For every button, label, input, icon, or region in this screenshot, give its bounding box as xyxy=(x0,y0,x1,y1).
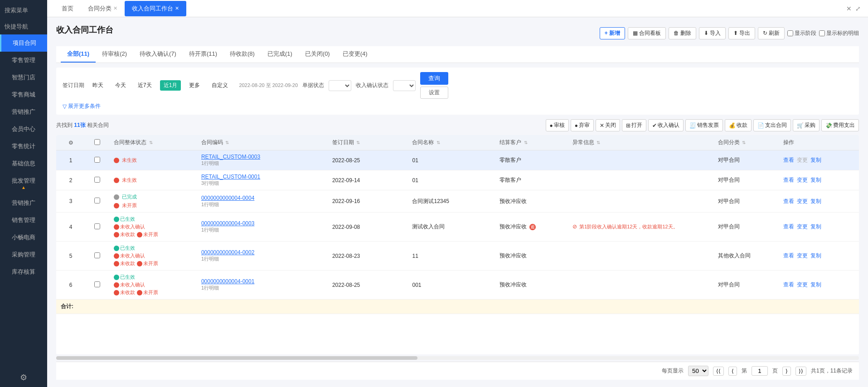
row-check-3[interactable] xyxy=(85,190,109,213)
tab-contract-category[interactable]: 合同分类 ✕ xyxy=(81,1,125,16)
sidebar-item-marketing2[interactable]: 营销推广 xyxy=(0,194,47,212)
open-contract-btn[interactable]: ⊞ 打开 xyxy=(622,119,646,131)
filter-custom[interactable]: 自定义 xyxy=(208,80,232,91)
sidebar-settings[interactable]: ⚙ xyxy=(0,368,47,387)
sidebar-item-ecommerce[interactable]: 小畅电商 xyxy=(0,229,47,246)
change-link-4[interactable]: 变更 xyxy=(797,223,808,231)
view-link-1[interactable]: 查看 xyxy=(783,156,794,164)
copy-link-2[interactable]: 复制 xyxy=(810,176,821,184)
sort-icon7[interactable]: ⇅ xyxy=(742,140,746,145)
sidebar-search[interactable]: 搜索菜单 xyxy=(0,0,47,19)
import-button[interactable]: ⬇ 导入 xyxy=(699,27,726,39)
prev-page-btn[interactable]: ⟨ xyxy=(728,367,737,376)
doc-status-select[interactable] xyxy=(329,80,351,91)
change-link-2[interactable]: 变更 xyxy=(797,176,808,184)
contract-code-link-3[interactable]: 0000000000004-0004 xyxy=(201,195,323,201)
close-contract-btn[interactable]: ✕ 关闭 xyxy=(596,119,620,131)
contract-code-link-1[interactable]: RETAIL_CUSTOM-0003 xyxy=(201,154,323,160)
view-link-4[interactable]: 查看 xyxy=(783,223,794,231)
sort-icon3[interactable]: ⇅ xyxy=(356,140,360,145)
copy-link-3[interactable]: 复制 xyxy=(810,198,821,205)
sidebar-item-smart-store[interactable]: 智慧门店 xyxy=(0,69,47,86)
filter-today[interactable]: 今天 xyxy=(112,80,130,91)
expand-more-btn[interactable]: ▽ 展开更多条件 xyxy=(63,102,853,110)
view-link-6[interactable]: 查看 xyxy=(783,281,794,289)
set-button[interactable]: 设置 xyxy=(420,87,448,99)
row-check-6[interactable] xyxy=(85,271,109,300)
copy-link-6[interactable]: 复制 xyxy=(810,281,821,289)
filter-7days[interactable]: 近7天 xyxy=(134,80,155,91)
sort-icon[interactable]: ⇅ xyxy=(149,140,153,145)
sort-icon2[interactable]: ⇅ xyxy=(225,140,229,145)
sidebar-item-marketing[interactable]: 营销推广 xyxy=(0,103,47,121)
contract-code-link-6[interactable]: 0000000000004-0001 xyxy=(201,278,323,285)
sidebar-item-project-contract[interactable]: 项目合同 xyxy=(0,34,47,52)
export-button[interactable]: ⬆ 导出 xyxy=(728,27,755,39)
tab-contract-category-close[interactable]: ✕ xyxy=(113,5,117,11)
copy-link-1[interactable]: 复制 xyxy=(810,156,821,164)
sidebar-item-base-info[interactable]: 基础信息 xyxy=(0,155,47,172)
sort-icon6[interactable]: ⇅ xyxy=(596,140,600,145)
delete-button[interactable]: 🗑 删除 xyxy=(669,27,696,39)
tab-income-contract-close[interactable]: ✕ xyxy=(175,5,179,11)
review-btn[interactable]: ● 审核 xyxy=(546,119,569,131)
view-link-5[interactable]: 查看 xyxy=(783,252,794,260)
first-page-btn[interactable]: ⟨⟨ xyxy=(713,367,724,376)
contract-code-link-2[interactable]: RETAIL_CUSTOM-0001 xyxy=(201,174,323,180)
view-link-2[interactable]: 查看 xyxy=(783,176,794,184)
sidebar-item-member[interactable]: 会员中心 xyxy=(0,121,47,138)
subtab-closed[interactable]: 已关闭(0) xyxy=(299,46,336,63)
abandon-review-btn[interactable]: ● 弃审 xyxy=(571,119,594,131)
sidebar-item-wholesale-mgmt[interactable]: 批发管理 ▲ xyxy=(0,172,47,194)
row-check-1[interactable] xyxy=(85,150,109,170)
subtab-changed[interactable]: 已变更(4) xyxy=(336,46,374,63)
show-stage-checkbox[interactable]: 显示阶段 xyxy=(787,29,816,37)
income-confirm-btn[interactable]: ✔ 收入确认 xyxy=(648,119,684,131)
subtab-pending-payment[interactable]: 待收款(8) xyxy=(223,46,261,63)
subtab-completed[interactable]: 已完成(1) xyxy=(261,46,299,63)
next-page-btn[interactable]: ⟩ xyxy=(782,367,791,376)
filter-1month[interactable]: 近1月 xyxy=(160,80,181,91)
sort-icon4[interactable]: ⇅ xyxy=(436,140,440,145)
copy-link-5[interactable]: 复制 xyxy=(810,252,821,260)
refresh-button[interactable]: ↻ 刷新 xyxy=(758,27,785,39)
row-check-5[interactable] xyxy=(85,242,109,271)
page-input[interactable] xyxy=(752,366,768,376)
add-button[interactable]: + 新增 xyxy=(600,27,625,39)
page-size-select[interactable]: 50 xyxy=(688,366,708,376)
row-check-2[interactable] xyxy=(85,170,109,190)
subtab-pending-invoice[interactable]: 待开票(11) xyxy=(183,46,223,63)
sidebar-item-purchase-mgmt[interactable]: 采购管理 xyxy=(0,246,47,263)
subtab-pending-confirm[interactable]: 待收入确认(7) xyxy=(133,46,183,63)
confirm-status-select[interactable] xyxy=(393,80,416,91)
purchase-btn[interactable]: 🛒 采购 xyxy=(793,119,820,131)
tab-income-contract[interactable]: 收入合同工作台 ✕ xyxy=(125,1,186,16)
query-button[interactable]: 查询 xyxy=(420,72,448,85)
select-all-checkbox[interactable] xyxy=(94,139,100,145)
last-page-btn[interactable]: ⟩⟩ xyxy=(795,367,806,376)
view-link-3[interactable]: 查看 xyxy=(783,198,794,205)
kanban-button[interactable]: ▦ 合同看板 xyxy=(628,27,666,39)
sort-icon5[interactable]: ⇅ xyxy=(524,140,528,145)
subtab-all[interactable]: 全部(11) xyxy=(61,46,96,63)
change-link-6[interactable]: 变更 xyxy=(797,281,808,289)
payment-btn[interactable]: 💰 收款 xyxy=(725,119,752,131)
expand-window-icon[interactable]: ⤢ xyxy=(855,5,861,12)
change-link-5[interactable]: 变更 xyxy=(797,252,808,260)
show-detail-checkbox[interactable]: 显示标的明细 xyxy=(819,29,859,37)
horizontal-scrollbar-thumb[interactable] xyxy=(56,356,417,360)
sidebar-item-inventory[interactable]: 库存核算 xyxy=(0,263,47,281)
sidebar-item-retail-stats[interactable]: 零售统计 xyxy=(0,138,47,155)
contract-code-link-4[interactable]: 0000000000004-0003 xyxy=(201,220,323,227)
sales-invoice-btn[interactable]: 🧾 销售发票 xyxy=(685,119,723,131)
sidebar-nav[interactable]: 快捷导航 xyxy=(0,19,47,34)
sidebar-item-sales-mgmt[interactable]: 销售管理 xyxy=(0,212,47,229)
copy-link-4[interactable]: 复制 xyxy=(810,223,821,231)
filter-more[interactable]: 更多 xyxy=(185,80,204,91)
change-link-3[interactable]: 变更 xyxy=(797,198,808,205)
filter-yesterday[interactable]: 昨天 xyxy=(89,80,107,91)
sidebar-item-retail-mall[interactable]: 零售商城 xyxy=(0,86,47,103)
close-window-icon[interactable]: ✕ xyxy=(846,5,852,12)
row-check-4[interactable] xyxy=(85,213,109,242)
expense-out-btn[interactable]: 💸 费用支出 xyxy=(821,119,859,131)
